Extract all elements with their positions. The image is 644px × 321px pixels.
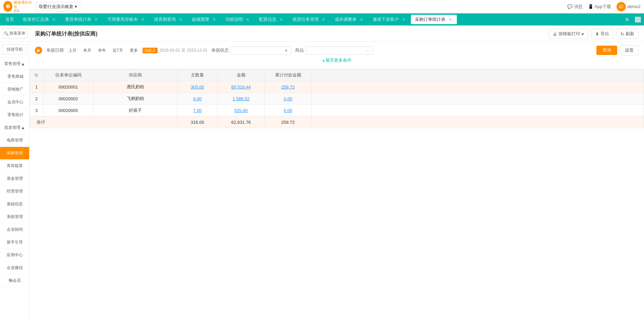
row2-paid-link[interactable]: 0.00	[284, 96, 292, 101]
tab-picking[interactable]: 拣货任务管理 ✕	[288, 15, 330, 24]
row1-amount[interactable]: 60,519.44	[218, 81, 265, 93]
goods-input[interactable]: ···	[306, 46, 373, 55]
sidebar-item-wholesale-mgmt[interactable]: 批发管理 ▲	[0, 121, 29, 134]
sidebar-item-enterprise-wechat[interactable]: 企业微信	[0, 262, 29, 274]
row2-amount-link[interactable]: 1,586.52	[232, 96, 250, 101]
print-btn[interactable]: 🖨 按模板打印 ▾	[548, 29, 588, 39]
sidebar-item-marketing[interactable]: 营销推广	[0, 83, 29, 96]
close-icon[interactable]: ✕	[321, 17, 326, 22]
row2-amount[interactable]: 1,586.52	[218, 93, 265, 105]
query-btn[interactable]: 查询	[596, 46, 617, 55]
row3-amount-link[interactable]: 525.80	[234, 108, 248, 113]
tab-shelf-life[interactable]: 保质期查询 ✕	[150, 15, 187, 24]
row1-amount-link[interactable]: 60,519.44	[231, 85, 251, 90]
th-paid: 累计付款金额	[265, 69, 312, 81]
sidebar-item-system-mgmt[interactable]: 系统管理	[0, 211, 29, 223]
close-icon[interactable]: ✕	[245, 17, 250, 22]
sidebar-item-retail-mgmt[interactable]: 零售管理 ▲	[0, 58, 29, 70]
sidebar-item-new-guide[interactable]: 新手引导	[0, 236, 29, 249]
row1-paid-link[interactable]: 259.72	[281, 85, 295, 90]
row3-qty-link[interactable]: 7.00	[193, 108, 202, 113]
row3-amount[interactable]: 525.80	[218, 105, 265, 116]
filter-row-1: ▶ 单据日期 上月 本月 本年 近7天 更多 自定义 2016-01-01 至 …	[35, 45, 639, 55]
row3-paid-link[interactable]: 0.00	[284, 108, 292, 113]
row2-qty-link[interactable]: 6.00	[193, 96, 202, 101]
th-checkbox: ⚙	[30, 69, 43, 81]
close-icon[interactable]: ✕	[211, 17, 217, 22]
sidebar-search-btn[interactable]: 🔍 搜索菜单	[2, 28, 27, 39]
input-more-icon[interactable]: ···	[366, 48, 370, 53]
shortcut-last-month[interactable]: 上月	[66, 47, 79, 54]
row3-paid[interactable]: 0.00	[265, 105, 312, 116]
message-btn[interactable]: 💬 消息	[567, 4, 583, 10]
content-area: 采购订单统计表(按供应商) 🖨 按模板打印 ▾ ⬆ 导出 ↻ 刷新	[30, 25, 644, 321]
close-icon[interactable]: ✕	[140, 17, 145, 22]
app-download-btn[interactable]: 📱 App下载	[588, 4, 611, 10]
close-icon[interactable]: ✕	[278, 17, 284, 22]
tab-purchase-stats[interactable]: 采购订单统计表 ✕	[411, 15, 457, 24]
tab-cost-adjust[interactable]: 成本调整单 ✕	[331, 15, 368, 24]
settings-btn[interactable]: 设置	[620, 45, 639, 55]
sidebar-item-inventory[interactable]: 库存核算	[0, 160, 29, 172]
date-range-display: 2016-01-01 至 2023-12-31	[160, 48, 208, 53]
expand-more-btn[interactable]: ∨ 展开更多条件	[35, 55, 639, 65]
row2-num: 2	[30, 93, 43, 105]
sidebar-item-purchase-mgmt[interactable]: 采购管理	[0, 147, 29, 160]
tab-inventory-book[interactable]: 可用量库存账本 ✕	[103, 15, 149, 24]
tab-overstock[interactable]: 超储预警 ✕	[188, 15, 221, 24]
row1-qty[interactable]: 303.00	[177, 81, 218, 93]
sidebar-item-app-center[interactable]: 应用中心	[0, 249, 29, 262]
row1-paid[interactable]: 259.72	[265, 81, 312, 93]
tab-home[interactable]: 首页	[1, 15, 18, 24]
row3-qty[interactable]: 7.00	[177, 105, 218, 116]
shortcut-more[interactable]: 更多	[127, 47, 141, 54]
tab-function-desc[interactable]: 功能说明 ✕	[221, 15, 254, 24]
main-layout: 🔍 搜索菜单 快捷导航 零售管理 ▲ 零售商城 营销推广 会员中心 零售统计 批…	[0, 25, 644, 321]
row2-paid[interactable]: 0.00	[265, 93, 312, 105]
shortcut-this-month[interactable]: 本月	[80, 47, 94, 54]
tab-requisition[interactable]: 要货单统计表 ✕	[61, 15, 103, 24]
row1-qty-link[interactable]: 303.00	[191, 85, 204, 90]
logo-area: 畅 畅捷通好生意 标版	[3, 0, 33, 13]
close-icon[interactable]: ✕	[359, 17, 364, 22]
tab-config[interactable]: 配置信息 ✕	[255, 15, 288, 24]
refresh-btn[interactable]: ↻ 刷新	[616, 29, 639, 39]
status-select[interactable]: ▾	[231, 46, 291, 55]
chevron-down-icon: ▾	[582, 32, 584, 37]
data-table: ⚙ 往来单位编码 供应商 主数量 金额 累计付款金额 1 00020001	[30, 69, 644, 128]
workspace-selector[interactable]: 母婴行业演示账套 ▾	[36, 2, 80, 11]
status-filter-label: 单据状态	[211, 47, 229, 53]
sidebar-item-member-vip[interactable]: 畅会员	[0, 274, 29, 287]
gear-icon[interactable]: ⚙	[34, 72, 39, 78]
sidebar-item-member-center[interactable]: 会员中心	[0, 96, 29, 109]
close-icon[interactable]: ✕	[51, 17, 56, 22]
message-icon: 💬	[567, 4, 573, 9]
shortcut-7days[interactable]: 近7天	[110, 47, 126, 54]
sidebar-item-operations[interactable]: 经营管理	[0, 185, 29, 198]
filter-toggle-btn[interactable]: ▶	[35, 47, 42, 54]
footer-empty	[312, 116, 644, 128]
shortcut-nav-btn[interactable]: 快捷导航	[2, 44, 27, 55]
sidebar-item-retail-shop[interactable]: 零售商城	[0, 70, 29, 83]
filter-date-item: 单据日期 上月 本月 本年 近7天 更多 自定义 2016-01-01 至 20…	[46, 47, 207, 54]
refresh-icon: ↻	[621, 32, 624, 37]
tab-receive-summary[interactable]: 收发存汇总表 ✕	[19, 15, 60, 24]
row2-qty[interactable]: 6.00	[177, 93, 218, 105]
tab-invite-downstream[interactable]: 邀请下游客户 ✕	[369, 15, 410, 24]
shortcut-this-year[interactable]: 本年	[95, 47, 109, 54]
close-icon[interactable]: ✕	[93, 17, 99, 22]
goods-filter-label: 商品	[295, 47, 304, 53]
maximize-btn[interactable]: ⬜	[633, 16, 643, 23]
sidebar-item-enterprise[interactable]: 企业协同	[0, 223, 29, 236]
close-icon[interactable]: ✕	[447, 17, 453, 22]
close-icon[interactable]: ✕	[178, 17, 183, 22]
export-btn[interactable]: ⬆ 导出	[591, 29, 613, 39]
sidebar-item-ecommerce[interactable]: 电商管理	[0, 134, 29, 147]
sidebar-item-basic-info[interactable]: 基础信息	[0, 198, 29, 211]
custom-date-badge[interactable]: 自定义	[143, 48, 158, 53]
close-icon[interactable]: ✕	[401, 17, 406, 22]
sidebar-item-finance[interactable]: 资金管理	[0, 172, 29, 185]
user-area[interactable]: d2 demo2	[616, 2, 641, 11]
close-all-tabs-btn[interactable]: ✕	[624, 16, 631, 23]
sidebar-item-retail-stats[interactable]: 零售统计	[0, 109, 29, 121]
